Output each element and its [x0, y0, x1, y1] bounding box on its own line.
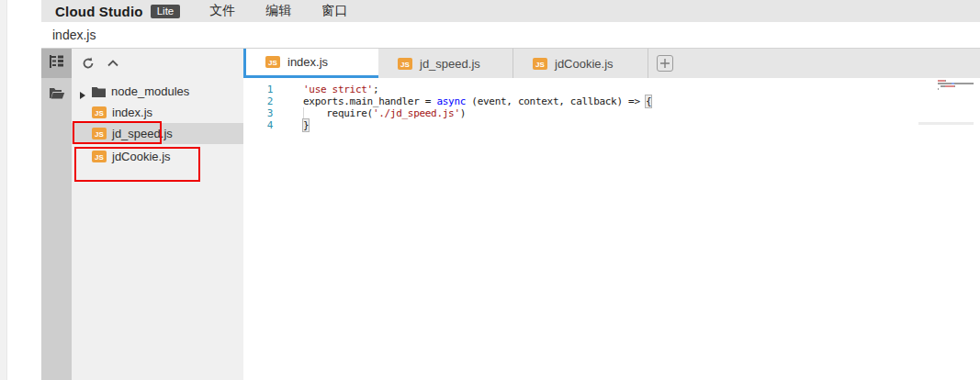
minimap-segment — [938, 88, 939, 90]
token-plain: require( — [326, 107, 373, 119]
token-bracket-match: { — [646, 95, 651, 107]
minimap-segment — [945, 80, 946, 82]
line-content: 'use strict'; — [273, 84, 378, 95]
menu-item-1[interactable]: 编辑 — [265, 3, 291, 19]
minimap[interactable] — [938, 80, 980, 95]
line-number: 1 — [243, 84, 273, 95]
main-area: node_modulesJSindex.jsJSjd_speed.jsJSjdC… — [41, 49, 980, 380]
js-file-icon: JS — [533, 58, 547, 70]
line-content: exports.main_handler = async (event, con… — [273, 95, 651, 107]
refresh-icon[interactable] — [81, 57, 95, 71]
line-content: require('./jd_speed.js') — [273, 107, 466, 119]
minimap-segment — [938, 83, 952, 84]
tab-list: JSindex.jsJSjd_speed.jsJSjdCookie.js — [243, 49, 648, 78]
open-folder-icon — [49, 87, 65, 104]
tab-label: jd_speed.js — [420, 57, 480, 71]
editor-tab-index.js[interactable]: JSindex.js — [246, 49, 378, 78]
tree-outline-icon — [49, 54, 64, 73]
code-line-3: 3 require('./jd_speed.js') — [243, 107, 980, 119]
menu-list: 文件编辑窗口 — [209, 3, 347, 19]
minimap-segment — [938, 80, 945, 82]
minimap-line — [938, 80, 980, 82]
file-explorer-panel: node_modulesJSindex.jsJSjd_speed.jsJSjdC… — [72, 49, 243, 380]
tab-label: index.js — [287, 55, 328, 69]
minimap-slider-edge — [918, 122, 974, 125]
tree-item-jdCookie.js[interactable]: JSjdCookie.js — [72, 146, 243, 167]
token-string: './jd_speed.js' — [373, 107, 460, 119]
token-keyword: async — [436, 95, 466, 107]
token-plain: exports.main_handler = — [303, 95, 436, 107]
tree-item-label: index.js — [112, 106, 152, 119]
js-file-icon: JS — [398, 58, 412, 70]
tree-item-node_modules[interactable]: node_modules — [72, 81, 243, 102]
token-plain: ; — [373, 84, 378, 95]
code-line-4: 4} — [243, 119, 980, 131]
collapse-all-icon[interactable] — [106, 57, 119, 71]
explorer-view-button[interactable] — [41, 49, 72, 78]
js-file-icon: JS — [92, 128, 107, 140]
js-file-icon: JS — [92, 106, 107, 118]
minimap-line — [938, 85, 980, 87]
open-folder-button[interactable] — [41, 84, 72, 107]
code-line-1: 1'use strict'; — [243, 84, 980, 95]
minimap-line — [938, 88, 980, 90]
explorer-toolbar — [72, 49, 243, 78]
tree-item-index.js[interactable]: JSindex.js — [72, 102, 243, 123]
token-plain: ) — [460, 107, 466, 119]
menu-item-2[interactable]: 窗口 — [321, 3, 347, 19]
editor-tab-jdCookie.js[interactable]: JSjdCookie.js — [513, 49, 648, 78]
page-left-scrollbar[interactable] — [0, 0, 7, 380]
menu-bar: Cloud Studio Lite 文件编辑窗口 — [41, 0, 980, 22]
plus-icon — [660, 55, 670, 72]
collapsed-arrow-icon — [79, 88, 86, 95]
cloud-studio-window: Cloud Studio Lite 文件编辑窗口 index.js — [0, 0, 980, 380]
app-logo: Cloud Studio — [55, 4, 143, 19]
minimap-segment — [945, 85, 954, 87]
window-title: index.js — [52, 28, 96, 42]
tree-item-label: jd_speed.js — [112, 127, 173, 140]
menu-item-0[interactable]: 文件 — [209, 3, 235, 19]
code-editor[interactable]: 1'use strict';2exports.main_handler = as… — [243, 78, 980, 380]
minimap-segment — [954, 85, 955, 87]
line-number: 4 — [243, 119, 273, 131]
window-title-bar: index.js — [41, 22, 980, 49]
minimap-segment — [954, 83, 973, 84]
minimap-segment — [973, 83, 974, 84]
tree-item-jd_speed.js[interactable]: JSjd_speed.js — [72, 123, 243, 144]
tree-item-label: jdCookie.js — [112, 150, 171, 163]
activity-bar — [41, 49, 72, 380]
code-lines: 1'use strict';2exports.main_handler = as… — [243, 84, 980, 131]
token-string: 'use strict' — [303, 84, 373, 95]
token-bracket-match: } — [303, 119, 309, 131]
minimap-line — [938, 83, 980, 84]
line-content: } — [273, 119, 309, 131]
editor-group: JSindex.jsJSjd_speed.jsJSjdCookie.js 1'u… — [243, 49, 980, 380]
lite-badge: Lite — [151, 5, 181, 18]
tree-item-label: node_modules — [111, 84, 189, 98]
app-frame: Cloud Studio Lite 文件编辑窗口 index.js — [41, 0, 980, 380]
token-plain: (event, context, callback) => — [466, 95, 646, 107]
js-file-icon: JS — [92, 151, 107, 162]
js-file-icon: JS — [265, 56, 280, 68]
editor-tab-jd_speed.js[interactable]: JSjd_speed.js — [378, 49, 513, 78]
file-tree: node_modulesJSindex.jsJSjd_speed.jsJSjdC… — [72, 78, 243, 167]
new-tab-button[interactable] — [657, 55, 673, 72]
editor-focus-indicator — [243, 49, 246, 78]
line-number: 2 — [243, 95, 273, 107]
line-number: 3 — [243, 107, 273, 119]
token-indent — [303, 107, 326, 119]
tab-bar: JSindex.jsJSjd_speed.jsJSjdCookie.js — [243, 49, 980, 78]
tab-label: jdCookie.js — [555, 57, 614, 71]
code-line-2: 2exports.main_handler = async (event, co… — [243, 95, 980, 107]
folder-icon — [92, 86, 106, 97]
